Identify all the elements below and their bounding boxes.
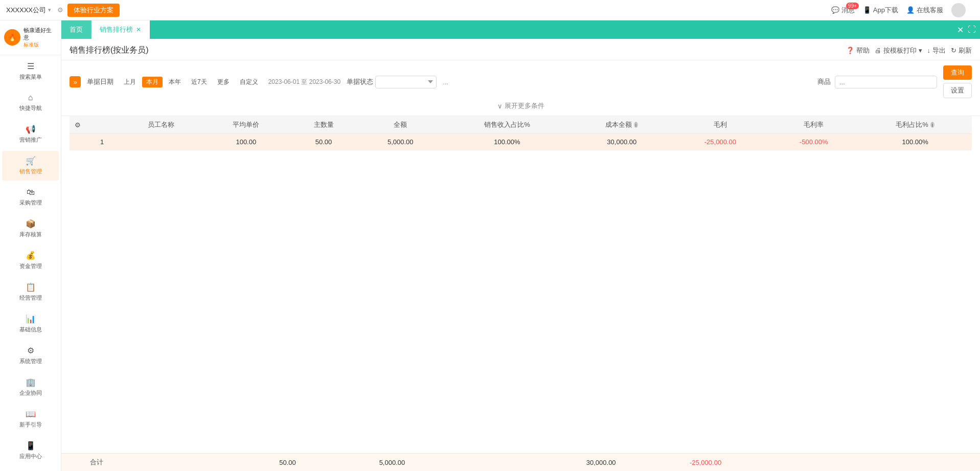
sidebar-item-inventory-label: 库存核算: [19, 231, 42, 238]
sidebar-item-basic[interactable]: 📊 基础信息: [2, 309, 59, 339]
company-name: XXXXXX公司: [6, 6, 46, 15]
goods-filter-input[interactable]: [835, 76, 937, 88]
footer-profit: -25,000.00: [653, 459, 758, 466]
footer-profit-rate: [758, 459, 862, 466]
cell-rank: 1: [86, 134, 118, 150]
appstore-icon: 📱: [26, 441, 36, 451]
app-download-button[interactable]: 📱 App下载: [863, 6, 898, 15]
tab-home[interactable]: 首页: [61, 20, 92, 39]
top-bar-right: 💬 消息 99+ 📱 App下载 👤 在线客服: [831, 3, 974, 17]
print-button[interactable]: 🖨 按模板打印 ▾: [875, 46, 922, 55]
cell-cost: 30,000.00: [572, 134, 672, 150]
col-profit: 毛利: [672, 116, 769, 134]
avatar[interactable]: [951, 3, 966, 17]
help-icon: ❓: [846, 47, 854, 54]
date-filter-label: 单据日期: [87, 77, 113, 86]
top-bar: XXXXXX公司 ▾ ⚙ 体验行业方案 💬 消息 99+ 📱 App下载 👤 在…: [0, 0, 980, 20]
footer-total-label: 合计: [90, 458, 131, 467]
sidebar-logo: 🔥 畅康通好生意 标准版: [0, 20, 61, 55]
logo-icon: 🔥: [4, 29, 20, 46]
sidebar-item-marketing[interactable]: 📢 营销推广: [2, 119, 59, 149]
cell-profit-pct: 100.00%: [858, 134, 972, 150]
footer-cost: 30,000.00: [549, 459, 653, 466]
cell-profit-rate: -500.00%: [769, 134, 858, 150]
print-icon: 🖨: [875, 47, 881, 54]
sidebar-item-purchase-label: 采购管理: [19, 199, 42, 207]
help-button[interactable]: ❓ 帮助: [846, 46, 870, 55]
sidebar-item-appstore[interactable]: 📱 应用中心: [2, 436, 59, 465]
sidebar-item-nav[interactable]: ⌂ 快捷导航: [2, 88, 59, 117]
footer-qty: 50.00: [235, 459, 339, 466]
expand-label: 展开更多条件: [505, 101, 544, 110]
query-button[interactable]: 查询: [943, 65, 972, 80]
date-tab-last-month[interactable]: 上月: [120, 77, 140, 87]
service-icon: 👤: [906, 6, 915, 14]
sidebar-item-system-label: 系统管理: [19, 357, 42, 365]
trial-button[interactable]: 体验行业方案: [67, 4, 120, 17]
footer-avg-price: [131, 459, 235, 466]
tab-bar: 首页 销售排行榜 ✕ ✕ ⛶: [61, 20, 980, 39]
tab-bar-right: ✕ ⛶: [957, 25, 980, 35]
settings-button[interactable]: 设置: [943, 83, 972, 98]
filter-row: » 单据日期 上月 本月 本年 近7天 更多 自定义 2023-06-01 至 …: [70, 65, 972, 98]
export-icon: ↓: [927, 47, 931, 54]
sidebar-item-finance[interactable]: 💰 资金管理: [2, 245, 59, 275]
inner-content: 销售排行榜(按业务员) ❓ 帮助 🖨 按模板打印 ▾ ↓: [61, 39, 980, 471]
footer-amount: 5,000.00: [340, 459, 444, 466]
operation-icon: 📋: [26, 282, 36, 292]
sidebar-item-system[interactable]: ⚙ 系统管理: [2, 341, 59, 370]
date-tab-7days[interactable]: 近7天: [187, 77, 211, 87]
sidebar-item-sales[interactable]: 🛒 销售管理: [2, 151, 59, 181]
filter-toggle-button[interactable]: »: [70, 76, 81, 87]
expand-icon: ∨: [497, 102, 503, 110]
sales-icon: 🛒: [26, 156, 36, 166]
date-tab-more[interactable]: 更多: [213, 77, 234, 87]
sidebar-item-enterprise[interactable]: 🏢 企业协同: [2, 372, 59, 402]
basic-icon: 📊: [26, 314, 36, 324]
export-button[interactable]: ↓ 导出: [927, 46, 946, 55]
query-settings-col: 查询 设置: [943, 65, 972, 98]
footer-profit-pct: [862, 459, 967, 466]
table-row: 1 100.00 50.00 5,000.00 100.00% 30,000.0…: [70, 134, 972, 150]
expand-conditions-button[interactable]: ∨ 展开更多条件: [497, 101, 544, 110]
cell-sales-pct: 100.00%: [442, 134, 572, 150]
date-tab-this-year[interactable]: 本年: [165, 77, 185, 87]
col-amount: 全额: [358, 116, 442, 134]
cell-avg-price: 100.00: [203, 134, 289, 150]
sidebar-item-operation[interactable]: 📋 经营管理: [2, 277, 59, 307]
col-profit-rate: 毛利率: [769, 116, 858, 134]
sidebar-item-purchase[interactable]: 🛍 采购管理: [2, 183, 59, 212]
footer-sales-pct: [444, 459, 549, 466]
status-filter-select[interactable]: 全部 待审核 已审核 已完成: [375, 76, 437, 88]
sidebar-item-inventory[interactable]: 📦 库存核算: [2, 214, 59, 243]
status-filter-group: 单据状态 全部 待审核 已审核 已完成: [347, 76, 437, 88]
online-service-button[interactable]: 👤 在线客服: [906, 6, 943, 15]
sidebar-item-guide[interactable]: 📖 新手引导: [2, 404, 59, 434]
window-maximize-button[interactable]: ⛶: [968, 25, 976, 34]
sidebar-item-enterprise-label: 企业协同: [19, 389, 42, 397]
col-qty: 主数量: [289, 116, 359, 134]
window-close-button[interactable]: ✕: [957, 25, 964, 35]
message-button[interactable]: 💬 消息 99+: [831, 6, 855, 15]
export-label: 导出: [932, 46, 946, 55]
col-cost: 成本全额 i: [572, 116, 672, 134]
sidebar-item-nav-label: 快捷导航: [19, 104, 42, 112]
goods-filter-label: 商品: [817, 77, 831, 86]
message-badge: 99+: [846, 3, 859, 9]
profit-pct-info-icon[interactable]: i: [930, 122, 935, 128]
tab-sales-rank[interactable]: 销售排行榜 ✕: [92, 20, 150, 39]
cost-info-icon[interactable]: i: [634, 122, 638, 128]
marketing-icon: 📢: [26, 124, 36, 134]
refresh-button[interactable]: ↻ 刷新: [951, 46, 972, 55]
date-tab-this-month[interactable]: 本月: [142, 77, 163, 87]
tab-close-icon[interactable]: ✕: [136, 26, 141, 33]
status-filter-label: 单据状态: [347, 77, 373, 86]
company-settings-icon[interactable]: ⚙: [57, 6, 63, 14]
date-tab-custom[interactable]: 自定义: [236, 77, 262, 87]
col-settings[interactable]: ⚙: [70, 116, 86, 134]
sidebar-item-search[interactable]: ☰ 搜索菜单: [2, 56, 59, 86]
company-selector[interactable]: XXXXXX公司 ▾: [6, 6, 51, 15]
main-layout: 🔥 畅康通好生意 标准版 ☰ 搜索菜单 ⌂ 快捷导航 📢 营销推广 🛒 销售管理…: [0, 20, 980, 471]
cell-amount: 5,000.00: [358, 134, 442, 150]
sidebar-item-wechat[interactable]: 💬 企业微信: [2, 467, 59, 471]
